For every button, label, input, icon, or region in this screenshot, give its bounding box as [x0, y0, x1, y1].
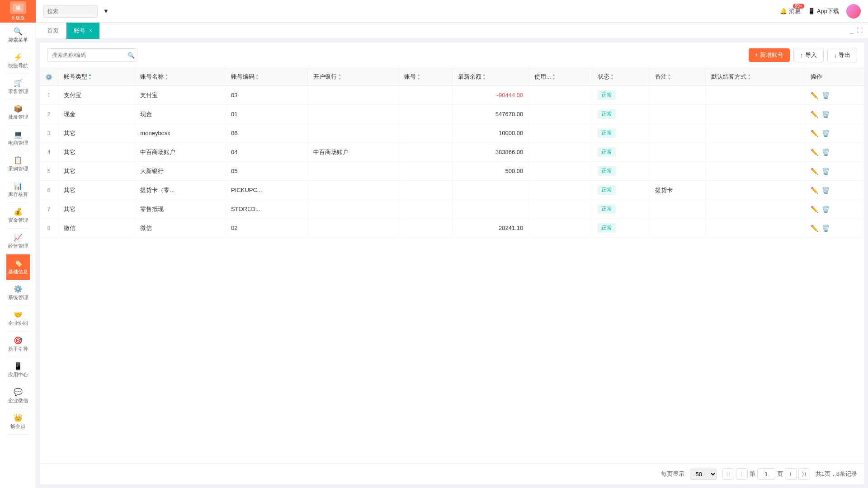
delete-button-7[interactable]: 🗑️ [822, 225, 830, 232]
first-page-button[interactable]: ⟨⟨ [722, 468, 734, 480]
sidebar-item-2[interactable]: 🛒零售管理 [6, 74, 30, 100]
cell-bank-1 [308, 105, 399, 124]
tab-account[interactable]: 账号 × [66, 23, 100, 39]
sidebar-item-14[interactable]: 💬企业微信 [6, 383, 30, 409]
notification-button[interactable]: 🔔 消息 99+ [780, 7, 801, 15]
edit-button-2[interactable]: ✏️ [811, 130, 818, 137]
edit-button-5[interactable]: ✏️ [811, 187, 818, 194]
cell-balance-2: 10000.00 [452, 124, 528, 143]
col-settlement[interactable]: 默认结算方式▲▼ [706, 68, 805, 86]
last-page-button[interactable]: ⟩⟩ [798, 468, 810, 480]
maximize-icon[interactable]: ⛶ [857, 27, 863, 34]
nav-dropdown[interactable]: ▼ [103, 8, 109, 14]
col-balance[interactable]: 最新余额▲▼ [452, 68, 528, 86]
col-usage[interactable]: 使用...▲▼ [529, 68, 592, 86]
delete-button-0[interactable]: 🗑️ [822, 92, 830, 99]
delete-button-3[interactable]: 🗑️ [822, 149, 830, 156]
tab-home[interactable]: 首页 [40, 23, 66, 39]
sidebar-icon-8: 📈 [14, 233, 23, 242]
cell-usage-1 [529, 105, 592, 124]
export-button[interactable]: ↓ 导出 [827, 48, 858, 62]
sidebar-icon-5: 📋 [14, 156, 23, 164]
total-label: 共1页，8条记录 [816, 470, 857, 478]
delete-button-6[interactable]: 🗑️ [822, 206, 830, 213]
sidebar-item-11[interactable]: 🤝企业协同 [6, 306, 30, 332]
col-remark[interactable]: 备注▲▼ [649, 68, 706, 86]
mobile-icon: 📱 [808, 8, 815, 14]
avatar[interactable] [846, 4, 861, 19]
next-page-button[interactable]: ⟩ [785, 468, 797, 480]
search-icon[interactable]: 🔍 [127, 52, 135, 59]
sidebar-item-8[interactable]: 📈经营管理 [6, 229, 30, 254]
tab-expand: _ ⛶ [844, 27, 868, 34]
cell-type-6: 其它 [58, 200, 135, 219]
import-button[interactable]: ↑ 导入 [793, 48, 824, 62]
col-settings[interactable]: ⚙️ [40, 68, 58, 86]
toolbar-right: + 新增账号 ↑ 导入 ↓ 导出 [749, 48, 857, 62]
cell-remark-0 [649, 86, 706, 105]
edit-button-1[interactable]: ✏️ [811, 111, 818, 118]
sidebar-item-10[interactable]: ⚙️系统管理 [6, 280, 30, 306]
sidebar-item-9[interactable]: 🏷️基础信息 [6, 254, 30, 280]
edit-button-0[interactable]: ✏️ [811, 92, 818, 99]
col-code[interactable]: 账号编码▲▼ [226, 68, 308, 86]
cell-usage-3 [529, 143, 592, 162]
cell-usage-0 [529, 86, 592, 105]
col-name[interactable]: 账号名称▲▼ [135, 68, 226, 86]
delete-button-2[interactable]: 🗑️ [822, 130, 830, 137]
sidebar-item-4[interactable]: 💻电商管理 [6, 126, 30, 151]
col-status[interactable]: 状态▲▼ [592, 68, 650, 86]
minimize-icon[interactable]: _ [850, 27, 853, 34]
cell-status-0: 正常 [592, 86, 650, 105]
cell-bank-6 [308, 200, 399, 219]
col-type[interactable]: 账号类型▲▼ [58, 68, 135, 86]
add-account-button[interactable]: + 新增账号 [749, 48, 790, 62]
sidebar: 稳 乐版版 🔍搜索菜单⚡快捷导航🛒零售管理📦批发管理💻电商管理📋采购管理📊库存核… [0, 0, 36, 488]
cell-remark-2 [649, 124, 706, 143]
cell-settlement-0 [706, 86, 805, 105]
cell-code-3: 04 [226, 143, 308, 162]
sidebar-item-3[interactable]: 📦批发管理 [6, 100, 30, 126]
app-download-button[interactable]: 📱 App下载 [808, 7, 839, 15]
sidebar-label-8: 经营管理 [8, 243, 28, 249]
sidebar-label-14: 企业微信 [8, 397, 28, 404]
account-search-input[interactable] [47, 48, 137, 62]
cell-bank-2 [308, 124, 399, 143]
prev-page-button[interactable]: ⟨ [736, 468, 748, 480]
import-icon: ↑ [800, 52, 803, 59]
col-bank[interactable]: 开户银行▲▼ [308, 68, 399, 86]
sidebar-item-13[interactable]: 📱应用中心 [6, 357, 30, 383]
edit-button-3[interactable]: ✏️ [811, 149, 818, 156]
cell-action-7: ✏️ 🗑️ [805, 219, 864, 238]
cell-num-3: 4 [40, 143, 58, 162]
edit-button-7[interactable]: ✏️ [811, 225, 818, 232]
sidebar-item-12[interactable]: 🎯新手引导 [6, 332, 30, 357]
topbar-search-input[interactable] [43, 5, 98, 18]
sidebar-icon-4: 💻 [14, 130, 23, 139]
edit-button-6[interactable]: ✏️ [811, 206, 818, 213]
cell-remark-4 [649, 162, 706, 181]
delete-button-4[interactable]: 🗑️ [822, 168, 830, 175]
page-number-input[interactable] [757, 468, 775, 480]
sidebar-item-6[interactable]: 📊库存核算 [6, 177, 30, 203]
cell-name-1: 现金 [135, 105, 226, 124]
col-account[interactable]: 账号▲▼ [399, 68, 453, 86]
page-size-label: 每页显示 [661, 470, 684, 478]
sidebar-item-15[interactable]: 👑畅会员 [6, 409, 30, 435]
sidebar-label-11: 企业协同 [8, 320, 28, 327]
topbar: ▼ 🔔 消息 99+ 📱 App下载 [36, 0, 868, 23]
sidebar-item-1[interactable]: ⚡快捷导航 [6, 48, 30, 74]
page-suffix: 页 [777, 470, 783, 478]
tab-close-icon[interactable]: × [89, 28, 92, 34]
sidebar-icon-1: ⚡ [14, 53, 23, 61]
sidebar-item-0[interactable]: 🔍搜索菜单 [6, 23, 30, 48]
delete-button-1[interactable]: 🗑️ [822, 111, 830, 118]
edit-button-4[interactable]: ✏️ [811, 168, 818, 175]
table-row: 5 其它 大新银行 05 500.00 正常 ✏️ 🗑️ [40, 162, 864, 181]
sidebar-item-5[interactable]: 📋采购管理 [6, 151, 30, 177]
cell-num-7: 8 [40, 219, 58, 238]
page-size-select[interactable]: 50 100 200 [690, 469, 717, 480]
cell-balance-5 [452, 181, 528, 200]
sidebar-item-7[interactable]: 💰资金管理 [6, 203, 30, 229]
delete-button-5[interactable]: 🗑️ [822, 187, 830, 194]
